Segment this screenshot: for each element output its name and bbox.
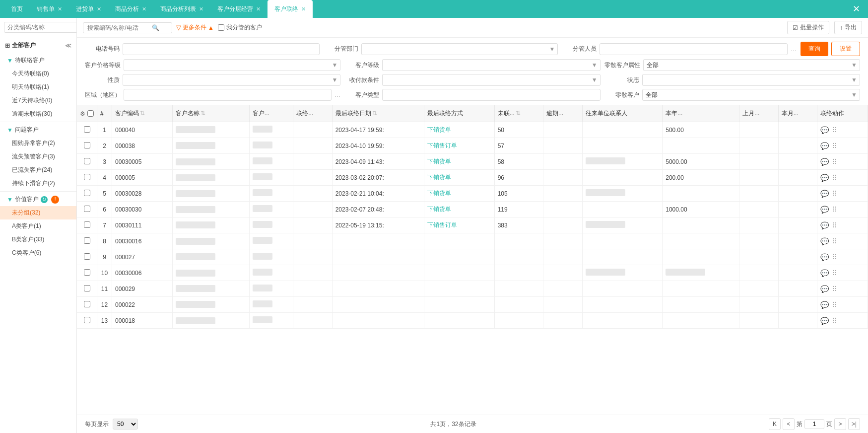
sidebar-group-pending[interactable]: ▼ 待联络客户 <box>0 54 76 67</box>
code-header[interactable]: 客户编码⇅ <box>112 105 173 122</box>
row-checkbox[interactable] <box>84 253 90 260</box>
contact-icon[interactable]: 💬 <box>820 301 829 309</box>
sidebar-item-7days-pending[interactable]: 近7天待联络(0) <box>0 94 76 107</box>
dept-select[interactable] <box>361 43 558 55</box>
row-checkbox[interactable] <box>84 206 90 212</box>
person-input[interactable] <box>600 43 788 55</box>
row-last-method[interactable]: 下销货单 <box>424 202 494 217</box>
more-actions-icon[interactable]: ⠿ <box>832 126 837 134</box>
more-actions-icon[interactable]: ⠿ <box>832 237 837 245</box>
status-select[interactable] <box>642 74 860 86</box>
sidebar-item-lost[interactable]: 已流失客户(24) <box>0 163 76 177</box>
contact-icon[interactable]: 💬 <box>820 269 829 277</box>
query-button[interactable]: 查询 <box>801 42 828 56</box>
sidebar-item-overdue-no-contact[interactable]: 逾期未联络(30) <box>0 107 76 121</box>
sidebar-item-class-b[interactable]: B类客户(33) <box>0 233 76 246</box>
row-checkbox[interactable] <box>84 126 90 133</box>
more-actions-icon[interactable]: ⠿ <box>832 285 837 293</box>
sidebar-search-input[interactable] <box>4 22 77 33</box>
sidebar-all-customers[interactable]: ⊞ 全部客户 ≪ <box>0 37 76 54</box>
name-header[interactable]: 客户名称⇅ <box>172 105 249 122</box>
close-icon[interactable]: ✕ <box>256 6 261 12</box>
more-actions-icon[interactable]: ⠿ <box>832 301 837 309</box>
tab-home[interactable]: 首页 <box>4 0 30 18</box>
row-last-method[interactable] <box>424 281 494 297</box>
row-last-method[interactable]: 下销货单 <box>424 154 494 170</box>
export-button[interactable]: ↑ 导出 <box>834 21 862 34</box>
close-icon[interactable]: ✕ <box>142 6 146 12</box>
sidebar-group-problem[interactable]: ▼ 问题客户 <box>0 123 76 137</box>
last-page-button[interactable]: >| <box>848 418 860 430</box>
filter-search-icon[interactable]: 🔍 <box>152 24 159 31</box>
more-actions-icon[interactable]: ⠿ <box>832 206 837 214</box>
row-last-method[interactable] <box>424 265 494 281</box>
row-checkbox[interactable] <box>84 301 90 307</box>
sidebar-item-tomorrow-pending[interactable]: 明天待联络(1) <box>0 80 76 94</box>
more-actions-icon[interactable]: ⠿ <box>832 158 837 166</box>
contact-icon[interactable]: 💬 <box>820 190 829 198</box>
row-last-method[interactable] <box>424 249 494 265</box>
customer-type-select[interactable] <box>382 89 600 101</box>
my-customers-checkbox[interactable] <box>218 24 224 31</box>
row-last-method[interactable]: 下销售订单 <box>424 138 494 154</box>
app-close-button[interactable]: ✕ <box>849 3 864 14</box>
price-level-select[interactable] <box>124 59 340 71</box>
contact-icon[interactable]: 💬 <box>820 237 829 245</box>
row-checkbox[interactable] <box>84 190 90 196</box>
gender-select[interactable] <box>123 74 340 86</box>
contact-icon[interactable]: 💬 <box>820 174 829 182</box>
more-actions-icon[interactable]: ⠿ <box>832 317 837 325</box>
retail-attr-select[interactable]: 全部 <box>643 59 860 71</box>
row-last-method[interactable]: 下销货单 <box>424 122 494 138</box>
row-checkbox[interactable] <box>84 142 90 148</box>
area-more-icon[interactable]: … <box>334 91 340 98</box>
tab-customer-contact[interactable]: 客户联络 ✕ <box>267 0 313 18</box>
page-number-input[interactable] <box>804 419 824 429</box>
filter-more-button[interactable]: ▽ 更多条件 ▲ <box>176 23 214 32</box>
settings-icon[interactable]: ⚙ <box>80 110 85 117</box>
close-icon[interactable]: ✕ <box>301 6 306 12</box>
row-checkbox[interactable] <box>84 158 90 164</box>
row-last-method[interactable] <box>424 233 494 249</box>
more-actions-icon[interactable]: ⠿ <box>832 142 837 150</box>
batch-ops-button[interactable]: ☑ 批量操作 <box>787 21 829 34</box>
row-last-method[interactable]: 下销售订单 <box>424 217 494 233</box>
sidebar-item-class-a[interactable]: A类客户(1) <box>0 219 76 233</box>
tab-purchase[interactable]: 进货单 ✕ <box>69 0 108 18</box>
unlisted-header[interactable]: 未联...⇅ <box>494 105 543 122</box>
contact-icon[interactable]: 💬 <box>820 206 829 214</box>
contact-icon[interactable]: 💬 <box>820 158 829 166</box>
more-actions-icon[interactable]: ⠿ <box>832 174 837 182</box>
tab-customer-segment[interactable]: 客户分层经营 ✕ <box>210 0 267 18</box>
contact-icon[interactable]: 💬 <box>820 253 829 261</box>
tab-sales-order[interactable]: 销售单 ✕ <box>30 0 69 18</box>
filter-search-input[interactable] <box>87 24 152 31</box>
select-all-checkbox[interactable] <box>87 110 94 117</box>
close-icon[interactable]: ✕ <box>58 6 62 12</box>
payment-select[interactable] <box>382 74 600 86</box>
last-date-header[interactable]: 最后联络日期⇅ <box>332 105 424 122</box>
sidebar-group-value[interactable]: ▼ 价值客户 ↻ ! <box>0 193 76 206</box>
more-actions-icon[interactable]: ⠿ <box>832 221 837 229</box>
row-last-method[interactable] <box>424 313 494 329</box>
more-actions-icon[interactable]: ⠿ <box>832 253 837 261</box>
next-page-button[interactable]: > <box>834 418 846 430</box>
sidebar-item-today-pending[interactable]: 今天待联络(0) <box>0 67 76 80</box>
contact-icon[interactable]: 💬 <box>820 142 829 150</box>
phone-input[interactable] <box>123 43 320 55</box>
contact-icon[interactable]: 💬 <box>820 126 829 134</box>
close-icon[interactable]: ✕ <box>199 6 203 12</box>
row-last-method[interactable]: 下销货单 <box>424 186 494 202</box>
row-checkbox[interactable] <box>84 317 90 323</box>
contact-icon[interactable]: 💬 <box>820 317 829 325</box>
retail-customer-select[interactable]: 全部 <box>642 89 860 101</box>
sidebar-item-abnormal-purchase[interactable]: 囤购异常客户(2) <box>0 137 76 150</box>
sidebar-item-unassigned[interactable]: 未分组(32) <box>0 206 76 219</box>
tab-product-analysis[interactable]: 商品分析 ✕ <box>108 0 153 18</box>
contact-icon[interactable]: 💬 <box>820 221 829 229</box>
row-checkbox[interactable] <box>84 237 90 244</box>
reset-button[interactable]: 设置 <box>831 42 860 56</box>
sidebar-item-declining[interactable]: 持续下滑客户(2) <box>0 177 76 190</box>
row-checkbox[interactable] <box>84 269 90 276</box>
page-size-select[interactable]: 50 100 <box>113 419 138 430</box>
